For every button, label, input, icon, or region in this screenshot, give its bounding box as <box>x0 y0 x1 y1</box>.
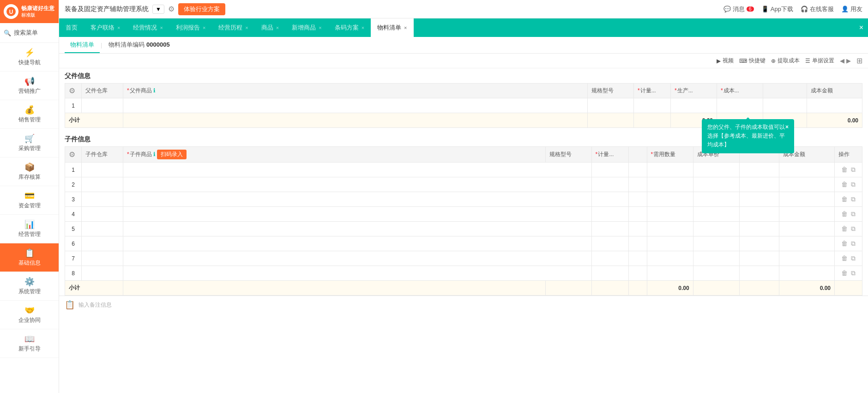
delete-row-1-button[interactable]: 🗑 <box>841 166 848 173</box>
copy-row-5-button[interactable]: ⧉ <box>851 225 856 232</box>
child-row-product-6[interactable] <box>123 236 592 251</box>
single-setting-button[interactable]: ☰ 单据设置 <box>805 57 834 65</box>
trial-button[interactable]: 体验行业方案 <box>178 3 225 15</box>
view-button[interactable]: ▶ 视频 <box>717 57 734 65</box>
close-tab-history[interactable]: × <box>245 25 248 30</box>
tooltip-close-button[interactable]: × <box>785 123 789 132</box>
child-row-warehouse-8[interactable] <box>82 266 123 281</box>
copy-row-1-button[interactable]: ⧉ <box>851 166 856 173</box>
parent-row-spec-1[interactable] <box>587 98 633 113</box>
tab-product[interactable]: 商品 × <box>255 18 285 37</box>
sidebar-item-guide[interactable]: 📖 新手引导 <box>0 329 59 358</box>
child-row-unit-cost-3[interactable] <box>693 192 739 207</box>
child-row-need-7[interactable] <box>647 251 693 266</box>
search-menu-button[interactable]: 🔍 搜索菜单 <box>4 27 55 39</box>
child-row-product-3[interactable] <box>123 192 592 207</box>
delete-row-5-button[interactable]: 🗑 <box>841 225 848 232</box>
parent-row-cost-1[interactable] <box>717 98 763 113</box>
child-row-unit-cost-8[interactable] <box>693 266 739 281</box>
sidebar-item-basic-info[interactable]: 📋 基础信息 <box>0 243 59 272</box>
sidebar-item-enterprise[interactable]: 🤝 企业协同 <box>0 301 59 329</box>
close-tab-new-product[interactable]: × <box>319 25 321 30</box>
message-button[interactable]: 💬 消息 6 <box>723 5 754 13</box>
memo-placeholder[interactable]: 输入备注信息 <box>78 301 112 309</box>
sidebar-item-purchase[interactable]: 🛒 采购管理 <box>0 129 59 157</box>
child-row-warehouse-3[interactable] <box>82 192 123 207</box>
copy-row-2-button[interactable]: ⧉ <box>851 181 856 188</box>
tab-history[interactable]: 经营历程 × <box>212 18 254 37</box>
close-tab-barcode[interactable]: × <box>362 25 364 30</box>
tab-home[interactable]: 首页 <box>59 18 84 37</box>
parent-row-unit-1[interactable] <box>633 98 670 113</box>
child-row-product-1[interactable] <box>123 163 592 177</box>
child-row-need-4[interactable] <box>647 207 693 222</box>
shortcut-button[interactable]: ⌨ 快捷键 <box>739 57 766 65</box>
child-row-product-8[interactable] <box>123 266 592 281</box>
child-row-unit-cost-2[interactable] <box>693 177 739 192</box>
child-row-warehouse-4[interactable] <box>82 207 123 222</box>
settings-icon[interactable]: ⚙ <box>168 5 175 13</box>
grid-view-icon[interactable]: ⊞ <box>856 56 862 65</box>
child-row-unit-7[interactable] <box>591 251 628 266</box>
parent-row-prod-1[interactable] <box>670 98 717 113</box>
tab-profit[interactable]: 利润报告 × <box>169 18 212 37</box>
child-row-warehouse-5[interactable] <box>82 222 123 236</box>
child-row-unit-5[interactable] <box>591 222 628 236</box>
parent-row-warehouse-1[interactable] <box>82 98 123 113</box>
prev-arrow[interactable]: ◀ <box>840 57 844 64</box>
sidebar-item-inventory[interactable]: 📦 库存核算 <box>0 157 59 186</box>
tab-operation[interactable]: 经营情况 × <box>127 18 169 37</box>
online-service-button[interactable]: 🎧 在线客服 <box>801 5 834 13</box>
close-tab-profit[interactable]: × <box>203 25 205 30</box>
close-tab-customer[interactable]: × <box>117 25 120 30</box>
extract-cost-button[interactable]: ⊕ 提取成本 <box>771 57 800 65</box>
sidebar-item-system[interactable]: ⚙️ 系统管理 <box>0 272 59 301</box>
close-tab-operation[interactable]: × <box>160 25 163 30</box>
child-row-unit-cost-4[interactable] <box>693 207 739 222</box>
child-row-need-6[interactable] <box>647 236 693 251</box>
sidebar-item-sales[interactable]: 💰 销售管理 <box>0 100 59 129</box>
child-row-need-5[interactable] <box>647 222 693 236</box>
tab-customer[interactable]: 客户联络 × <box>84 18 127 37</box>
close-tab-product[interactable]: × <box>276 25 279 30</box>
child-row-product-5[interactable] <box>123 222 592 236</box>
child-row-unit-3[interactable] <box>591 192 628 207</box>
child-row-unit-8[interactable] <box>591 266 628 281</box>
delete-row-6-button[interactable]: 🗑 <box>841 240 848 247</box>
tab-bom[interactable]: 物料清单 × <box>371 18 413 37</box>
parent-row-product-1[interactable] <box>123 98 588 113</box>
child-row-unit-cost-5[interactable] <box>693 222 739 236</box>
child-row-need-3[interactable] <box>647 192 693 207</box>
sub-tab-bom[interactable]: 物料清单 <box>65 37 100 53</box>
scan-input-button[interactable]: 扫码录入 <box>157 150 187 159</box>
sub-tab-bom-code[interactable]: 物料清单编码 0000005 <box>103 37 175 53</box>
child-row-unit-2[interactable] <box>591 177 628 192</box>
copy-row-6-button[interactable]: ⧉ <box>851 240 856 247</box>
delete-row-2-button[interactable]: 🗑 <box>841 181 848 188</box>
next-arrow[interactable]: ▶ <box>846 57 851 64</box>
child-row-unit-4[interactable] <box>591 207 628 222</box>
child-row-product-4[interactable] <box>123 207 592 222</box>
child-row-warehouse-2[interactable] <box>82 177 123 192</box>
delete-row-4-button[interactable]: 🗑 <box>841 210 848 218</box>
parent-settings-icon[interactable]: ⚙ <box>69 87 75 95</box>
child-row-warehouse-1[interactable] <box>82 163 123 177</box>
child-product-info-icon[interactable]: ℹ <box>153 151 156 157</box>
child-row-need-8[interactable] <box>647 266 693 281</box>
child-row-need-1[interactable] <box>647 163 693 177</box>
child-row-unit-1[interactable] <box>591 163 628 177</box>
child-row-unit-cost-1[interactable] <box>693 163 739 177</box>
system-dropdown-button[interactable]: ▼ <box>152 5 164 14</box>
delete-row-8-button[interactable]: 🗑 <box>841 269 848 277</box>
tab-new-product[interactable]: 新增商品 × <box>285 18 328 37</box>
child-row-product-2[interactable] <box>123 177 592 192</box>
child-settings-icon[interactable]: ⚙ <box>69 151 75 158</box>
sidebar-item-marketing[interactable]: 📢 营销推广 <box>0 72 59 100</box>
child-row-need-2[interactable] <box>647 177 693 192</box>
copy-row-7-button[interactable]: ⧉ <box>851 254 856 262</box>
child-row-unit-cost-7[interactable] <box>693 251 739 266</box>
child-row-warehouse-7[interactable] <box>82 251 123 266</box>
copy-row-3-button[interactable]: ⧉ <box>851 195 856 203</box>
copy-row-8-button[interactable]: ⧉ <box>851 269 856 277</box>
user-avatar[interactable]: 👤 用友 <box>841 5 862 13</box>
